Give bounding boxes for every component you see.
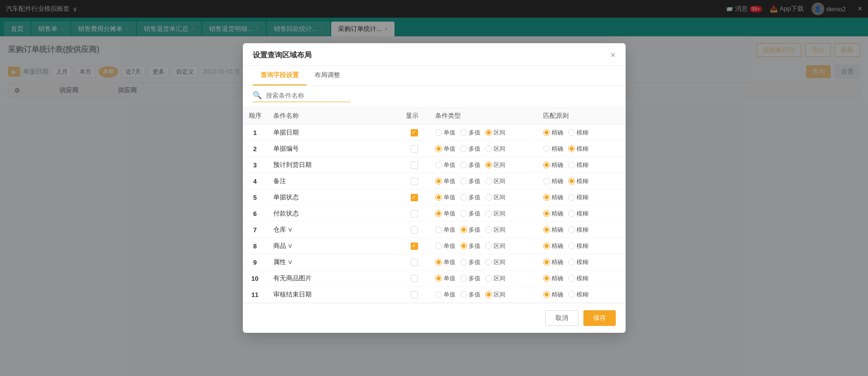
settings-modal: 设置查询区域布局 × 查询字段设置 布局调整 🔍 顺序 [243,43,626,105]
modal-header: 设置查询区域布局 × [243,43,626,66]
modal-close-btn[interactable]: × [610,50,616,60]
modal-tabs: 查询字段设置 布局调整 [243,66,626,86]
modal-tab-fields[interactable]: 查询字段设置 [253,66,307,85]
modal-overlay: 设置查询区域布局 × 查询字段设置 布局调整 🔍 顺序 [0,0,868,105]
modal-search-area: 🔍 [243,86,626,105]
search-input[interactable] [266,92,351,99]
modal-title: 设置查询区域布局 [253,51,312,60]
search-icon: 🔍 [253,91,262,100]
search-underline: 🔍 [253,91,351,102]
modal-tab-layout[interactable]: 布局调整 [307,66,348,85]
